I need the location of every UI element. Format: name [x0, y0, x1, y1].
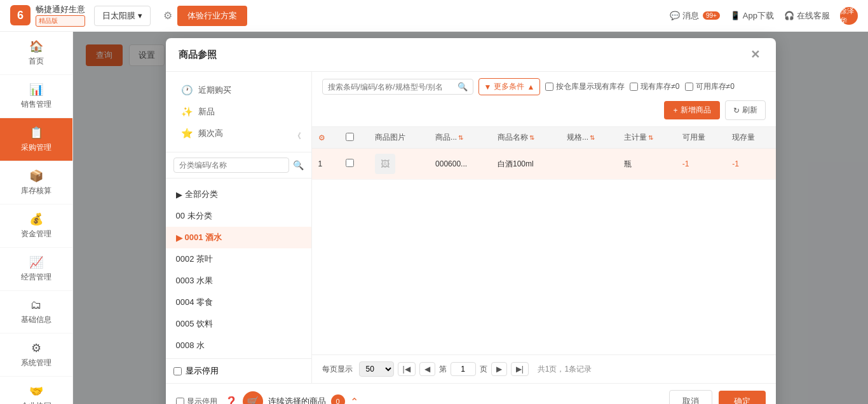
sidebar-item-sales[interactable]: 📊 销售管理	[0, 75, 72, 118]
product-search-input[interactable]	[328, 83, 455, 91]
modal-header: 商品参照 ✕	[166, 38, 776, 72]
refresh-button[interactable]: ↻ 刷新	[725, 100, 766, 120]
arrow-icon-all: ▶	[176, 190, 182, 199]
col-settings[interactable]: ⚙	[312, 127, 339, 149]
footer-cart-area: ❓ 🛒 连续选择的商品 0 ⌃	[225, 391, 358, 404]
refresh-label: 刷新	[742, 105, 757, 116]
product-reference-modal: 商品参照 ✕ 🕐 近期购买	[166, 38, 776, 404]
prev-page-button[interactable]: ◀	[419, 362, 435, 376]
select-all-checkbox[interactable]	[346, 133, 354, 141]
add-icon: +	[673, 106, 677, 115]
message-button[interactable]: 💬 消息 99+	[670, 10, 720, 22]
product-search-box: 🔍	[322, 79, 473, 95]
first-page-button[interactable]: |◀	[398, 362, 416, 376]
col-unit[interactable]: 主计量⇅	[618, 127, 676, 149]
row-checkbox[interactable]	[346, 159, 354, 167]
sidebar-item-system[interactable]: ⚙ 系统管理	[0, 333, 72, 377]
image-icon: 🖼	[381, 159, 390, 169]
sidebar-item-procurement[interactable]: 📋 采购管理	[0, 118, 72, 161]
category-label-0004: 0004 零食	[176, 297, 214, 308]
row-index: 1	[312, 149, 339, 180]
next-page-button[interactable]: ▶	[491, 362, 507, 376]
toolbar: 🔍 ▼ 更多条件 ▲ 按仓库显示现有库存	[312, 72, 776, 127]
tab-frequent[interactable]: ⭐ 频次高	[171, 123, 241, 144]
tab-new-products[interactable]: ✨ 新品	[171, 101, 241, 123]
sales-icon: 📊	[29, 83, 43, 97]
sidebar-label-inventory: 库存核算	[21, 185, 51, 196]
filter-more-button[interactable]: ▼ 更多条件 ▲	[478, 78, 541, 95]
sidebar-item-basic[interactable]: 🗂 基础信息	[0, 291, 72, 333]
col-code[interactable]: 商品...⇅	[429, 127, 491, 149]
check-usable-label: 可用库存≠0	[696, 81, 735, 92]
category-item-0008[interactable]: 0008 水	[166, 335, 311, 356]
logo-icon: 6	[10, 5, 31, 25]
modal-close-button[interactable]: ✕	[748, 47, 763, 62]
username-label: 徐泽华	[840, 6, 858, 25]
help-icon[interactable]: ❓	[225, 396, 238, 405]
check-warehouse-checkbox[interactable]	[545, 83, 553, 91]
modal-overlay: 商品参照 ✕ 🕐 近期购买	[73, 32, 868, 404]
avatar[interactable]: 徐泽华	[840, 7, 858, 25]
page-info-label: 共1页，1条记录	[538, 364, 592, 375]
operations-icon: 📈	[29, 255, 43, 269]
left-panel-tabs: 🕐 近期购买 ✨ 新品 ⭐ 频次高	[166, 72, 311, 152]
app-download-button[interactable]: 📱 App下载	[730, 10, 774, 22]
sidebar-item-finance[interactable]: 💰 资金管理	[0, 205, 72, 248]
sidebar-item-home[interactable]: 🏠 首页	[0, 32, 72, 75]
modal-footer: 显示停用 ❓ 🛒 连续选择的商品 0 ⌃ 取消 确定	[166, 383, 776, 404]
category-search-input[interactable]	[173, 158, 289, 173]
collab-icon: 🤝	[29, 384, 43, 398]
sidebar-item-operations[interactable]: 📈 经营管理	[0, 248, 72, 291]
table-row[interactable]: 1 🖼 000600... 白酒100ml	[312, 149, 776, 180]
sidebar-label-procurement: 采购管理	[21, 142, 51, 153]
search-icon[interactable]: 🔍	[458, 82, 468, 91]
category-item-0001[interactable]: ▶ 0001 酒水	[166, 227, 311, 248]
table-header-row: ⚙ 商品图片 商品...⇅ 商品名称⇅ 规格...⇅ 主计量⇅ 可用量 现存量	[312, 127, 776, 149]
show-disabled-checkbox[interactable]	[173, 367, 182, 375]
check-stock-group: 现有库存≠0	[630, 81, 679, 92]
collapse-button[interactable]: 《	[288, 128, 306, 144]
refresh-icon: ↻	[733, 106, 740, 115]
sidebar-label-collab: 企业协同	[21, 401, 51, 404]
branch-dropdown[interactable]: 日太阳膜 ▾	[94, 6, 151, 26]
col-name[interactable]: 商品名称⇅	[491, 127, 560, 149]
cancel-button[interactable]: 取消	[669, 390, 712, 404]
col-checkbox[interactable]	[339, 127, 369, 149]
category-item-0002[interactable]: 0002 茶叶	[166, 248, 311, 270]
category-item-0003[interactable]: 0003 水果	[166, 270, 311, 292]
check-usable-checkbox[interactable]	[685, 83, 693, 91]
category-item-0004[interactable]: 0004 零食	[166, 292, 311, 313]
add-product-label: 新增商品	[681, 105, 711, 116]
product-table-area: ⚙ 商品图片 商品...⇅ 商品名称⇅ 规格...⇅ 主计量⇅ 可用量 现存量	[312, 127, 776, 354]
tab-label-frequent: 频次高	[198, 128, 223, 139]
last-page-button[interactable]: ▶|	[511, 362, 529, 376]
per-page-select[interactable]: 50 10 20 100	[359, 361, 394, 377]
row-checkbox-cell[interactable]	[339, 149, 369, 180]
category-item-00[interactable]: 00 未分类	[166, 205, 311, 227]
footer-disabled-checkbox[interactable]	[176, 398, 184, 405]
inventory-icon: 📦	[29, 169, 43, 183]
gear-icon[interactable]: ⚙	[163, 10, 172, 22]
col-spec[interactable]: 规格...⇅	[560, 127, 618, 149]
star-icon: ⭐	[181, 128, 193, 139]
nav-right: 💬 消息 99+ 📱 App下载 🎧 在线客服 徐泽华	[670, 7, 858, 25]
add-product-button[interactable]: + 新增商品	[664, 101, 719, 119]
confirm-button[interactable]: 确定	[719, 391, 766, 404]
row-thumb-cell: 🖼	[369, 149, 429, 180]
tab-recent-purchase[interactable]: 🕐 近期购买	[171, 79, 241, 101]
cart-icon[interactable]: 🛒	[243, 391, 263, 404]
online-service-button[interactable]: 🎧 在线客服	[784, 10, 830, 22]
expand-up-icon[interactable]: ⌃	[350, 396, 358, 405]
sidebar-item-collab[interactable]: 🤝 企业协同	[0, 377, 72, 404]
system-icon: ⚙	[31, 341, 41, 355]
page-number-input[interactable]	[451, 362, 476, 376]
trial-button[interactable]: 体验行业方案	[177, 6, 247, 26]
category-label-0002: 0002 茶叶	[176, 253, 214, 265]
basic-icon: 🗂	[31, 299, 42, 312]
category-search-icon[interactable]: 🔍	[293, 160, 304, 170]
check-stock-checkbox[interactable]	[630, 83, 638, 91]
category-item-all[interactable]: ▶ 全部分类	[166, 184, 311, 205]
category-item-0005[interactable]: 0005 饮料	[166, 313, 311, 335]
col-stock: 现存量	[726, 127, 775, 149]
sidebar-item-inventory[interactable]: 📦 库存核算	[0, 161, 72, 205]
